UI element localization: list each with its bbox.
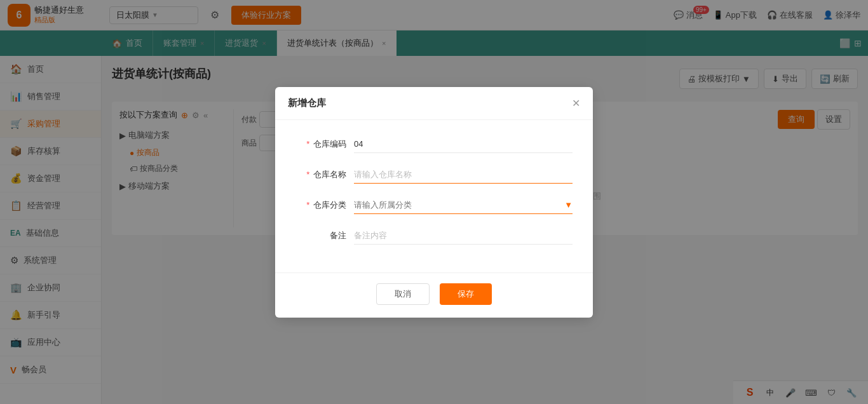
- warehouse-category-row: * 仓库分类 ▼: [295, 196, 573, 214]
- warehouse-category-input[interactable]: [354, 200, 564, 210]
- modal-close-button[interactable]: ✕: [572, 97, 580, 109]
- modal-header: 新增仓库 ✕: [275, 87, 593, 120]
- warehouse-code-label: * 仓库编码: [295, 138, 346, 150]
- add-warehouse-modal: 新增仓库 ✕ * 仓库编码 * 仓库名称: [275, 87, 593, 318]
- warehouse-code-input[interactable]: [354, 135, 573, 153]
- warehouse-name-input[interactable]: [354, 166, 573, 184]
- warehouse-code-row: * 仓库编码: [295, 135, 573, 153]
- category-dropdown-icon[interactable]: ▼: [564, 200, 573, 210]
- required-star-2: *: [306, 170, 309, 179]
- required-star-1: *: [306, 139, 309, 149]
- warehouse-remark-label: 备注: [295, 230, 346, 241]
- modal-title: 新增仓库: [288, 97, 326, 109]
- required-star-3: *: [306, 200, 309, 210]
- cancel-button[interactable]: 取消: [376, 283, 430, 305]
- save-button[interactable]: 保存: [440, 283, 492, 305]
- modal-footer: 取消 保存: [275, 273, 593, 318]
- warehouse-remark-input[interactable]: [354, 227, 573, 245]
- warehouse-remark-row: 备注: [295, 227, 573, 245]
- warehouse-name-label: * 仓库名称: [295, 169, 346, 180]
- modal-body: * 仓库编码 * 仓库名称 * 仓库分类: [275, 120, 593, 273]
- warehouse-category-wrapper: ▼: [354, 196, 573, 214]
- warehouse-category-label: * 仓库分类: [295, 199, 346, 211]
- warehouse-name-row: * 仓库名称: [295, 166, 573, 184]
- modal-overlay: 新增仓库 ✕ * 仓库编码 * 仓库名称: [0, 0, 868, 404]
